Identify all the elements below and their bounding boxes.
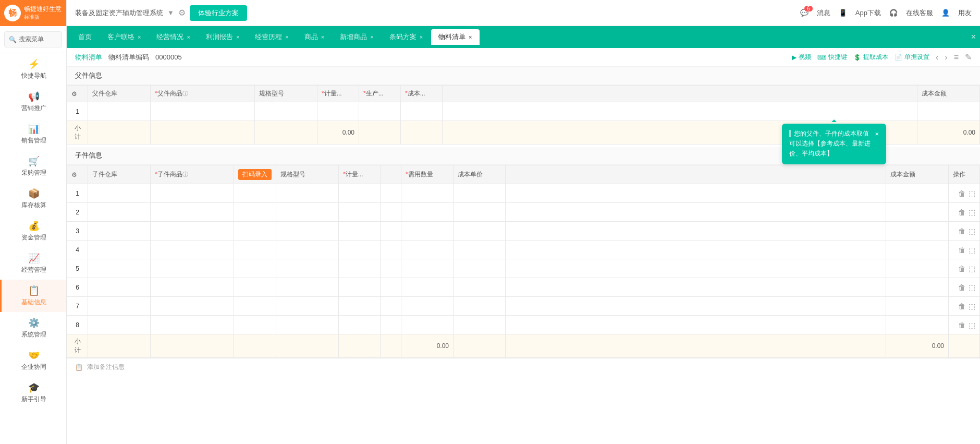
child-unit-cell-8[interactable]	[339, 316, 381, 334]
tab-products-close[interactable]: ×	[321, 34, 324, 40]
copy-icon-1[interactable]: ⬚	[969, 189, 975, 198]
child-product-cell-2[interactable]	[151, 203, 234, 222]
sidebar-item-basic-info[interactable]: 📋 基础信息	[0, 280, 66, 312]
sidebar-item-inventory[interactable]: 📦 库存核算	[0, 183, 66, 215]
child-unit-cell-7[interactable]	[339, 297, 381, 316]
nav-next-btn[interactable]: ›	[945, 53, 947, 62]
delete-icon-4[interactable]: 🗑	[958, 246, 965, 254]
child-product-cell-6[interactable]	[151, 278, 234, 297]
child-warehouse-cell-5[interactable]	[88, 259, 151, 278]
child-qty-cell-3[interactable]	[401, 222, 454, 241]
search-menu-button[interactable]: 🔍 搜索菜单	[4, 31, 62, 47]
nav-prev-btn[interactable]: ‹	[936, 53, 938, 62]
delete-icon-8[interactable]: 🗑	[958, 321, 965, 329]
child-spec-cell-5[interactable]	[276, 259, 339, 278]
child-warehouse-cell-6[interactable]	[88, 278, 151, 297]
sidebar-item-system[interactable]: ⚙️ 系统管理	[0, 312, 66, 344]
app-download-label[interactable]: App下载	[855, 8, 881, 18]
nav-edit-btn[interactable]: ✎	[965, 52, 972, 62]
parent-cost-cell[interactable]	[401, 102, 443, 121]
child-product-cell-7[interactable]	[151, 297, 234, 316]
delete-icon-2[interactable]: 🗑	[958, 208, 965, 217]
child-product-cell-5[interactable]	[151, 259, 234, 278]
delete-icon-6[interactable]: 🗑	[958, 283, 965, 292]
user-label[interactable]: 用友	[958, 8, 972, 18]
tab-home[interactable]: 首页	[71, 29, 99, 45]
sidebar-item-sales[interactable]: 📊 销售管理	[0, 118, 66, 150]
doc-settings-action[interactable]: 📄 单据设置	[895, 53, 929, 62]
message-area[interactable]: 💬 6	[800, 9, 808, 17]
child-unit-cell-2[interactable]	[339, 203, 381, 222]
sidebar-item-guide[interactable]: 🎓 新手引导	[0, 377, 66, 409]
parent-warehouse-cell[interactable]	[88, 102, 151, 121]
child-qty-cell-5[interactable]	[401, 259, 454, 278]
close-all-button[interactable]: ×	[971, 32, 976, 42]
child-spec-cell-2[interactable]	[276, 203, 339, 222]
child-warehouse-cell-2[interactable]	[88, 203, 151, 222]
child-col-scan[interactable]: 扫码录入	[234, 165, 276, 184]
video-action[interactable]: ▶ 视频	[792, 53, 811, 62]
sidebar-item-marketing[interactable]: 📢 营销推广	[0, 86, 66, 118]
tab-history-close[interactable]: ×	[285, 34, 288, 40]
copy-icon-7[interactable]: ⬚	[969, 302, 975, 310]
child-spec-cell-8[interactable]	[276, 316, 339, 334]
parent-product-cell[interactable]	[151, 102, 255, 121]
child-product-cell-8[interactable]	[151, 316, 234, 334]
child-qty-cell-6[interactable]	[401, 278, 454, 297]
child-unit-cost-cell-6[interactable]	[454, 278, 506, 297]
child-product-cell-4[interactable]	[151, 241, 234, 259]
extract-cost-action[interactable]: 💲 提取成本	[853, 53, 888, 62]
parent-spec-cell[interactable]	[255, 102, 317, 121]
child-qty-cell-7[interactable]	[401, 297, 454, 316]
child-spec-cell-3[interactable]	[276, 222, 339, 241]
tab-barcode-close[interactable]: ×	[420, 34, 423, 40]
tab-history[interactable]: 经营历程 ×	[248, 29, 296, 45]
sidebar-item-purchase[interactable]: 🛒 采购管理	[0, 150, 66, 183]
copy-icon-5[interactable]: ⬚	[969, 265, 975, 273]
child-unit-cost-cell-8[interactable]	[454, 316, 506, 334]
child-qty-cell-1[interactable]	[401, 184, 454, 203]
child-product-cell-3[interactable]	[151, 222, 234, 241]
child-unit-cell-4[interactable]	[339, 241, 381, 259]
tab-customer-close[interactable]: ×	[138, 34, 141, 40]
tab-new-product-close[interactable]: ×	[370, 34, 373, 40]
try-btn[interactable]: 体验行业方案	[190, 5, 247, 21]
shortcut-action[interactable]: ⌨ 快捷键	[817, 53, 847, 62]
child-spec-cell-1[interactable]	[276, 184, 339, 203]
child-col-gear[interactable]: ⚙	[67, 165, 88, 184]
child-unit-cost-cell-4[interactable]	[454, 241, 506, 259]
delete-icon-5[interactable]: 🗑	[958, 265, 965, 273]
tab-profit[interactable]: 利润报告 ×	[199, 29, 247, 45]
copy-icon-3[interactable]: ⬚	[969, 227, 975, 235]
child-warehouse-cell-7[interactable]	[88, 297, 151, 316]
child-warehouse-cell-3[interactable]	[88, 222, 151, 241]
bottom-hint[interactable]: 添加备注信息	[87, 363, 125, 371]
copy-icon-6[interactable]: ⬚	[969, 283, 975, 292]
online-service-label[interactable]: 在线客服	[906, 8, 933, 18]
tab-operation-close[interactable]: ×	[187, 34, 190, 40]
child-qty-cell-2[interactable]	[401, 203, 454, 222]
child-spec-cell-4[interactable]	[276, 241, 339, 259]
child-unit-cost-cell-7[interactable]	[454, 297, 506, 316]
child-unit-cell-1[interactable]	[339, 184, 381, 203]
tooltip-close-btn[interactable]: ×	[875, 129, 879, 140]
sidebar-item-cooperation[interactable]: 🤝 企业协同	[0, 344, 66, 377]
child-unit-cell-5[interactable]	[339, 259, 381, 278]
child-warehouse-cell-8[interactable]	[88, 316, 151, 334]
child-warehouse-cell-4[interactable]	[88, 241, 151, 259]
child-warehouse-cell-1[interactable]	[88, 184, 151, 203]
sidebar-item-quick-nav[interactable]: ⚡ 快捷导航	[0, 53, 66, 86]
parent-production-cell[interactable]	[359, 102, 401, 121]
tab-customer[interactable]: 客户联络 ×	[100, 29, 148, 45]
parent-unit-cell[interactable]	[317, 102, 359, 121]
sidebar-item-finance[interactable]: 💰 资金管理	[0, 215, 66, 247]
child-unit-cell-3[interactable]	[339, 222, 381, 241]
child-unit-cell-6[interactable]	[339, 278, 381, 297]
sidebar-item-operations[interactable]: 📈 经营管理	[0, 247, 66, 280]
tab-bom-close[interactable]: ×	[469, 34, 472, 40]
copy-icon-8[interactable]: ⬚	[969, 321, 975, 329]
tab-products[interactable]: 商品 ×	[297, 29, 332, 45]
child-product-cell-1[interactable]	[151, 184, 234, 203]
settings-icon[interactable]: ⚙	[178, 8, 186, 18]
delete-icon-7[interactable]: 🗑	[958, 302, 965, 310]
